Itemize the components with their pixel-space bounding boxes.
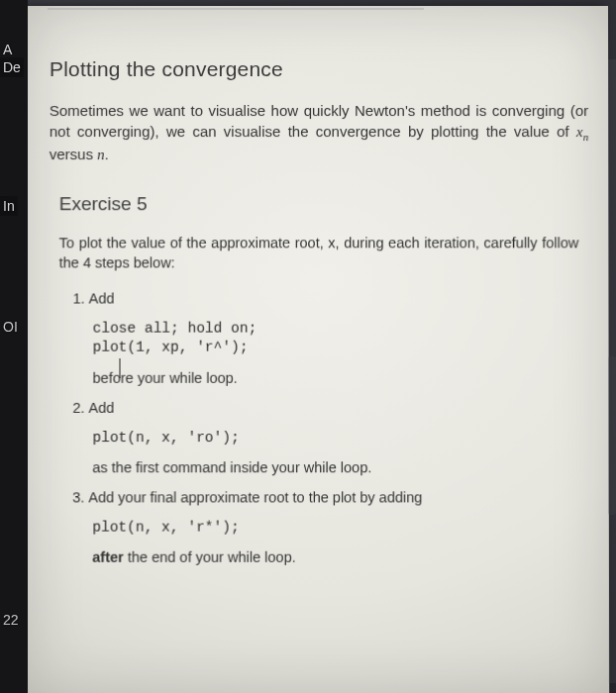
step-3-note-bold: after bbox=[92, 549, 124, 565]
intro-paragraph: Sometimes we want to visualise how quick… bbox=[50, 101, 589, 165]
vertical-scrollbar[interactable] bbox=[608, 59, 616, 683]
step-2-code: plot(n, x, 'ro'); bbox=[92, 429, 578, 448]
step-3-note-rest: the end of your while loop. bbox=[124, 549, 296, 565]
step-2-note: as the first command inside your while l… bbox=[92, 457, 578, 477]
step-3: Add your final approximate root to the p… bbox=[88, 488, 579, 568]
left-tag-in: In bbox=[0, 196, 18, 216]
steps-list: Add close all; hold on; plot(1, xp, 'r^'… bbox=[58, 289, 579, 567]
step-1: Add close all; hold on; plot(1, xp, 'r^'… bbox=[88, 289, 578, 388]
left-tag-22: 22 bbox=[0, 610, 22, 630]
document-page: Plotting the convergence Sometimes we wa… bbox=[27, 6, 609, 693]
step-3-code: plot(n, x, 'r*'); bbox=[92, 518, 579, 538]
step-1-code: close all; hold on; plot(1, xp, 'r^'); bbox=[93, 319, 579, 357]
left-tag-a: A bbox=[0, 40, 15, 59]
step-1-label: Add bbox=[89, 291, 115, 307]
toolbar-edge-hint bbox=[48, 0, 424, 10]
step-2-label: Add bbox=[88, 400, 114, 416]
exercise-lead: To plot the value of the approximate roo… bbox=[59, 233, 579, 273]
intro-text-a: Sometimes we want to visualise how quick… bbox=[50, 102, 588, 140]
left-tag-de: De bbox=[0, 57, 24, 77]
step-3-note: after the end of your while loop. bbox=[92, 547, 579, 567]
exercise-heading: Exercise 5 bbox=[59, 193, 589, 215]
screenshot-frame: A De In OI 22 Plotting the convergence S… bbox=[0, 0, 616, 693]
math-var-n: n bbox=[97, 147, 105, 162]
step-3-label: Add your final approximate root to the p… bbox=[88, 490, 422, 506]
left-tag-oi: OI bbox=[0, 317, 21, 337]
step-1-note: before your while loop. bbox=[92, 368, 578, 388]
left-background-strip bbox=[0, 0, 28, 693]
section-title: Plotting the convergence bbox=[50, 57, 588, 81]
intro-text-c: . bbox=[105, 146, 109, 162]
intro-text-b: versus bbox=[50, 146, 97, 162]
scrollbar-thumb[interactable] bbox=[608, 356, 616, 515]
math-var-xn: xn bbox=[576, 124, 588, 140]
text-cursor-icon bbox=[119, 358, 121, 378]
step-2: Add plot(n, x, 'ro'); as the first comma… bbox=[88, 398, 578, 478]
